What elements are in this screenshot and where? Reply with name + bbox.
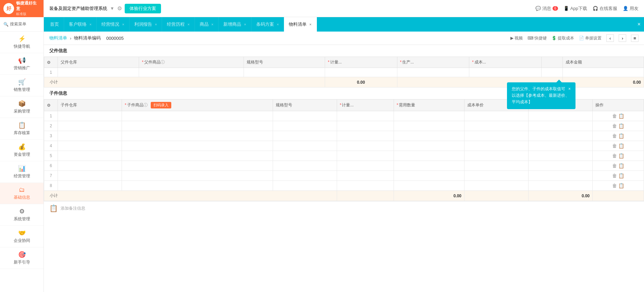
- next-doc-button[interactable]: ›: [619, 34, 626, 42]
- close-history-tab[interactable]: ×: [187, 22, 189, 26]
- child-qty-6[interactable]: [394, 161, 464, 171]
- tab-operations[interactable]: 经营情况 ×: [97, 17, 129, 32]
- copy-row-7-button[interactable]: 📋: [618, 173, 624, 178]
- close-profit-tab[interactable]: ×: [155, 22, 157, 26]
- close-customer-tab[interactable]: ×: [89, 22, 91, 26]
- child-spec-5[interactable]: [273, 151, 337, 161]
- messages-button[interactable]: 💬 消息 6: [535, 5, 558, 12]
- copy-row-5-button[interactable]: 📋: [618, 153, 624, 159]
- child-product-3[interactable]: [122, 131, 273, 141]
- delete-row-6-button[interactable]: 🗑: [612, 163, 617, 168]
- parent-produce-1[interactable]: [397, 68, 469, 77]
- parent-cost-1[interactable]: [469, 68, 542, 77]
- child-warehouse-2[interactable]: [58, 121, 122, 131]
- copy-row-2-button[interactable]: 📋: [618, 123, 624, 129]
- sidebar-item-collab[interactable]: 🤝 企业协同: [0, 226, 44, 247]
- user-menu-button[interactable]: 👤 用友: [623, 5, 639, 12]
- child-spec-1[interactable]: [273, 111, 337, 121]
- child-warehouse-8[interactable]: [58, 181, 122, 191]
- child-product-8[interactable]: [122, 181, 273, 191]
- delete-row-3-button[interactable]: 🗑: [612, 133, 617, 139]
- tab-home[interactable]: 首页: [45, 17, 64, 32]
- child-qty-1[interactable]: [394, 111, 464, 121]
- child-product-6[interactable]: [122, 161, 273, 171]
- parent-warehouse-1[interactable]: [58, 68, 139, 77]
- trial-button[interactable]: 体验行业方案: [125, 4, 161, 13]
- sidebar-item-system[interactable]: ⚙ 系统管理: [0, 204, 44, 226]
- tab-bom[interactable]: 物料清单 ×: [284, 17, 317, 32]
- child-unit-2[interactable]: [337, 121, 394, 131]
- settings-icon[interactable]: ⚙: [117, 5, 122, 12]
- child-product-7[interactable]: [122, 171, 273, 181]
- delete-row-2-button[interactable]: 🗑: [612, 123, 617, 129]
- delete-row-5-button[interactable]: 🗑: [612, 153, 617, 159]
- copy-row-8-button[interactable]: 📋: [618, 183, 624, 188]
- scan-input-button[interactable]: 扫码录入: [151, 102, 171, 108]
- close-all-tabs-button[interactable]: ×: [635, 21, 643, 27]
- child-qty-7[interactable]: [394, 171, 464, 181]
- tab-history[interactable]: 经营历程 ×: [162, 17, 195, 32]
- tab-products[interactable]: 商品 ×: [195, 17, 219, 32]
- close-bom-tab[interactable]: ×: [309, 22, 311, 26]
- sidebar-item-sales[interactable]: 🛒 销售管理: [0, 75, 44, 96]
- close-barcode-tab[interactable]: ×: [277, 22, 279, 26]
- grid-view-button[interactable]: ≡: [631, 35, 639, 42]
- child-qty-5[interactable]: [394, 151, 464, 161]
- close-products-tab[interactable]: ×: [211, 22, 213, 26]
- child-warehouse-5[interactable]: [58, 151, 122, 161]
- delete-row-1-button[interactable]: 🗑: [612, 113, 617, 119]
- child-spec-2[interactable]: [273, 121, 337, 131]
- child-spec-4[interactable]: [273, 141, 337, 151]
- tab-new-product[interactable]: 新增商品 ×: [219, 17, 251, 32]
- child-spec-8[interactable]: [273, 181, 337, 191]
- copy-row-6-button[interactable]: 📋: [618, 163, 624, 168]
- tooltip-close-button[interactable]: ×: [568, 86, 571, 92]
- child-warehouse-6[interactable]: [58, 161, 122, 171]
- sidebar-search[interactable]: 🔍 搜索菜单: [0, 17, 44, 32]
- close-operations-tab[interactable]: ×: [122, 22, 124, 26]
- sidebar-item-marketing[interactable]: 📢 营销推广: [0, 53, 44, 75]
- sidebar-item-management[interactable]: 📊 经营管理: [0, 161, 44, 183]
- copy-row-1-button[interactable]: 📋: [618, 113, 624, 119]
- child-unitcost-6[interactable]: [465, 161, 529, 171]
- shortcut-button[interactable]: ⌨ 快捷键: [528, 35, 547, 41]
- parent-unit-1[interactable]: [325, 68, 397, 77]
- doc-settings-button[interactable]: 📄 单据设置: [579, 35, 602, 41]
- delete-row-4-button[interactable]: 🗑: [612, 143, 617, 149]
- sidebar-item-finance[interactable]: 💰 资金管理: [0, 140, 44, 161]
- parent-settings-col[interactable]: ⚙: [44, 57, 58, 68]
- child-unitcost-3[interactable]: [465, 131, 529, 141]
- child-unitcost-8[interactable]: [465, 181, 529, 191]
- child-unitcost-5[interactable]: [465, 151, 529, 161]
- child-qty-2[interactable]: [394, 121, 464, 131]
- child-unitcost-2[interactable]: [465, 121, 529, 131]
- child-qty-3[interactable]: [394, 131, 464, 141]
- child-warehouse-1[interactable]: [58, 111, 122, 121]
- tab-barcode[interactable]: 条码方案 ×: [251, 17, 284, 32]
- child-product-5[interactable]: [122, 151, 273, 161]
- sidebar-item-guide[interactable]: 🎯 新手引导: [0, 247, 44, 269]
- child-spec-7[interactable]: [273, 171, 337, 181]
- child-unit-5[interactable]: [337, 151, 394, 161]
- sidebar-item-purchase[interactable]: 📦 采购管理: [0, 96, 44, 118]
- child-spec-3[interactable]: [273, 131, 337, 141]
- child-unitcost-7[interactable]: [465, 171, 529, 181]
- online-service-button[interactable]: 🎧 在线客服: [593, 5, 617, 12]
- parent-product-1[interactable]: [139, 68, 244, 77]
- child-unit-3[interactable]: [337, 131, 394, 141]
- copy-row-3-button[interactable]: 📋: [618, 133, 624, 139]
- child-warehouse-7[interactable]: [58, 171, 122, 181]
- child-unitcost-4[interactable]: [465, 141, 529, 151]
- child-qty-8[interactable]: [394, 181, 464, 191]
- search-menu-button[interactable]: 🔍 搜索菜单: [3, 20, 40, 28]
- child-warehouse-3[interactable]: [58, 131, 122, 141]
- tab-profit[interactable]: 利润报告 ×: [129, 17, 162, 32]
- child-unit-4[interactable]: [337, 141, 394, 151]
- child-unit-7[interactable]: [337, 171, 394, 181]
- dropdown-icon[interactable]: ▼: [110, 6, 114, 11]
- sidebar-item-basic-info[interactable]: 🗂 基础信息: [0, 183, 44, 204]
- child-warehouse-4[interactable]: [58, 141, 122, 151]
- copy-row-4-button[interactable]: 📋: [618, 143, 624, 149]
- parent-spec-1[interactable]: [244, 68, 325, 77]
- child-unit-6[interactable]: [337, 161, 394, 171]
